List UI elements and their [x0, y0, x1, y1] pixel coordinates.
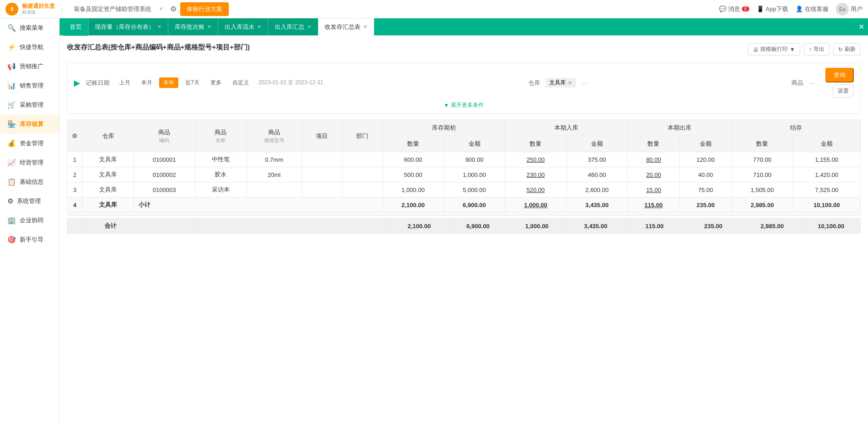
date-btn-this-year[interactable]: 本年	[159, 77, 178, 88]
sidebar-item-baseinfo[interactable]: 📋 基础信息	[0, 172, 59, 192]
row2-spec: 20ml	[246, 167, 302, 182]
sidebar-item-enterprise[interactable]: 🏢 企业协同	[0, 211, 59, 230]
sidebar-label-system: 系统管理	[17, 197, 41, 205]
row1-out-qty[interactable]: 80.00	[628, 152, 680, 167]
row2-in-amt: 460.00	[566, 167, 628, 182]
th-product-spec: 商品规格型号	[246, 120, 302, 152]
settings-small-btn[interactable]: 设置	[833, 84, 854, 98]
subtotal-out-qty[interactable]: 115.00	[628, 198, 680, 213]
query-btn[interactable]: 查询	[825, 68, 854, 82]
warehouse-tag-close[interactable]: ✕	[568, 80, 572, 86]
row2-out-qty[interactable]: 20.00	[628, 167, 680, 182]
tab-in-out-flow-close[interactable]: ✕	[257, 24, 261, 30]
th-closing: 结存	[732, 120, 861, 136]
tab-inventory-dist-close[interactable]: ✕	[157, 24, 161, 30]
total-closing-qty: 2,985.00	[743, 219, 802, 234]
system-icon: ⚙	[7, 197, 13, 205]
top-settings-icon[interactable]: ⚙	[170, 5, 177, 13]
sidebar-item-search[interactable]: 🔍 搜索菜单	[0, 18, 59, 38]
product-more[interactable]: ···	[809, 79, 814, 87]
tab-bar: 首页 现存量（库存分布表） ✕ 库存批次账 ✕ 出入库流水 ✕ 出入库汇总 ✕	[60, 18, 868, 36]
tab-recv-send-summary[interactable]: 收发存汇总表 ✕	[318, 18, 374, 36]
row3-in-amt: 2,600.00	[566, 182, 628, 198]
subtotal-in-amt: 3,435.00	[566, 198, 628, 213]
refresh-icon: ↻	[838, 46, 843, 53]
print-label: 按模板打印	[760, 45, 788, 53]
sidebar-item-guide[interactable]: 🎯 新手引导	[0, 230, 59, 249]
sidebar-item-sales[interactable]: 📊 销售管理	[0, 76, 59, 95]
tab-in-out-summary-close[interactable]: ✕	[307, 24, 311, 30]
subtotal-closing-amt: 10,100.00	[793, 198, 860, 213]
tab-batch-account[interactable]: 库存批次账 ✕	[168, 18, 218, 36]
tab-inventory-dist[interactable]: 现存量（库存分布表） ✕	[88, 18, 168, 36]
page-title: 收发存汇总表(按仓库+商品编码+商品+规格型号+项目+部门)	[67, 43, 250, 52]
sidebar-item-finance[interactable]: 💰 资金管理	[0, 134, 59, 153]
th-product-code: 商品编码	[134, 120, 195, 152]
sidebar-item-purchase[interactable]: 🛒 采购管理	[0, 95, 59, 115]
row1-warehouse: 文具库	[83, 152, 134, 167]
row2-in-qty[interactable]: 230.00	[505, 167, 566, 182]
message-btn[interactable]: 💬 消息 6	[719, 5, 749, 13]
warehouse-more[interactable]: ···	[581, 79, 587, 87]
tab-batch-account-close[interactable]: ✕	[207, 24, 211, 30]
app-download-btn[interactable]: 📱 App下载	[757, 5, 788, 13]
subtotal-in-qty[interactable]: 1,000.00	[505, 198, 566, 213]
date-btn-last-month[interactable]: 上月	[115, 77, 134, 88]
filter-arrow[interactable]: ▶	[74, 78, 80, 88]
expand-row: ▼ 展开更多条件	[74, 101, 854, 109]
message-label: 消息	[728, 5, 740, 13]
total-label: 合计	[81, 219, 140, 234]
row3-in-qty[interactable]: 520.00	[505, 182, 566, 198]
sidebar-item-system[interactable]: ⚙ 系统管理	[0, 192, 59, 211]
sidebar-label-purchase: 采购管理	[20, 101, 44, 109]
total-empty2	[140, 219, 199, 234]
sidebar-label-finance: 资金管理	[20, 139, 44, 148]
sidebar-label-operations: 经营管理	[20, 159, 44, 167]
row1-spec: 0.7mm	[246, 152, 302, 167]
th-gear[interactable]: ⚙	[67, 120, 83, 152]
date-btn-this-month[interactable]: 本月	[137, 77, 156, 88]
tab-bar-close-btn[interactable]: ✕	[858, 22, 864, 31]
th-closing-amt: 金额	[793, 136, 860, 152]
th-opening-qty: 数量	[382, 136, 444, 152]
quicknav-icon: ⚡	[7, 43, 16, 51]
message-badge: 6	[742, 6, 749, 11]
sidebar-item-marketing[interactable]: 📢 营销推广	[0, 57, 59, 76]
row1-in-qty[interactable]: 250.00	[505, 152, 566, 167]
total-empty1	[67, 219, 81, 234]
tab-in-out-summary[interactable]: 出入库汇总 ✕	[268, 18, 318, 36]
print-btn[interactable]: 🖨 按模板打印 ▼	[748, 43, 800, 55]
tab-home[interactable]: 首页	[63, 18, 88, 36]
try-btn[interactable]: 体验行业方案	[180, 2, 229, 16]
row3-name: 采访本	[195, 182, 246, 198]
header-actions: 🖨 按模板打印 ▼ ↑ 导出 ↻ 刷新	[748, 43, 861, 55]
total-empty4	[257, 219, 316, 234]
export-btn[interactable]: ↑ 导出	[804, 43, 829, 55]
refresh-label: 刷新	[845, 45, 856, 53]
warehouse-value: 文具库	[549, 79, 566, 87]
refresh-btn[interactable]: ↻ 刷新	[833, 43, 861, 55]
sidebar-label-inventory: 库存核算	[20, 120, 44, 128]
row3-out-qty[interactable]: 15.00	[628, 182, 680, 198]
finance-icon: 💰	[7, 139, 16, 148]
brand-line2: 标准版	[22, 10, 55, 15]
row1-opening-qty: 600.00	[382, 152, 444, 167]
sidebar-item-quicknav[interactable]: ⚡ 快捷导航	[0, 38, 59, 57]
th-department: 部门	[342, 120, 382, 152]
th-out-amt: 金额	[680, 136, 731, 152]
tab-in-out-flow[interactable]: 出入库流水 ✕	[218, 18, 268, 36]
sidebar-item-operations[interactable]: 📈 经营管理	[0, 153, 59, 172]
expand-btn[interactable]: ▼ 展开更多条件	[444, 101, 484, 109]
row2-warehouse: 文具库	[83, 167, 134, 182]
online-support-btn[interactable]: 👤 在线客服	[796, 5, 829, 13]
date-btn-more[interactable]: 更多	[206, 77, 226, 88]
tab-recv-send-summary-close[interactable]: ✕	[363, 24, 367, 30]
guide-icon: 🎯	[7, 236, 16, 244]
page-header: 收发存汇总表(按仓库+商品编码+商品+规格型号+项目+部门) 🖨 按模板打印 ▼…	[67, 43, 861, 58]
logo-icon: 6	[6, 3, 18, 16]
date-btn-custom[interactable]: 自定义	[228, 77, 253, 88]
total-out-amt: 235.00	[684, 219, 743, 234]
user-btn[interactable]: Ea 用户	[836, 3, 862, 16]
sidebar-item-inventory[interactable]: 🏪 库存核算	[0, 115, 59, 134]
date-btn-7days[interactable]: 近7天	[181, 77, 204, 88]
